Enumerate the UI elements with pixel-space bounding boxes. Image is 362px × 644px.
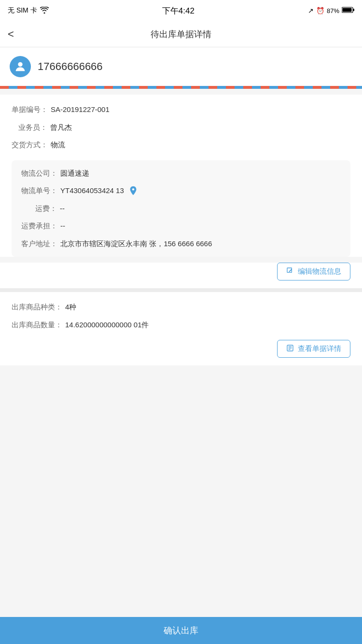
page-title: 待出库单据详情 [151, 28, 211, 40]
avatar [10, 56, 31, 77]
view-detail-label: 查看单据详情 [298, 344, 341, 353]
status-left: 无 SIM 卡 [8, 6, 49, 15]
tracking-row: 物流单号： YT43064053424 13 [21, 185, 341, 196]
order-no-value: SA-20191227-001 [51, 104, 350, 115]
wifi-icon [40, 7, 49, 15]
staff-value: 曾凡杰 [50, 122, 350, 133]
order-no-row: 单据编号： SA-20191227-001 [12, 104, 350, 115]
confirm-btn-container[interactable]: 确认出库 [0, 617, 362, 644]
staff-label: 业务员： [12, 122, 50, 133]
order-info-section: 单据编号： SA-20191227-001 业务员： 曾凡杰 交货方式： 物流 [0, 95, 362, 160]
tracking-label: 物流单号： [21, 185, 60, 196]
company-row: 物流公司： 圆通速递 [21, 168, 341, 179]
freight-bearer-label: 运费承担： [21, 221, 60, 232]
svg-rect-1 [353, 9, 354, 11]
location-status-icon: ↗ [308, 7, 314, 14]
edit-btn-label: 编辑物流信息 [298, 267, 341, 276]
dashed-separator [0, 86, 362, 89]
svg-rect-2 [342, 8, 351, 12]
nav-bar: < 待出库单据详情 [0, 21, 362, 47]
delivery-row: 交货方式： 物流 [12, 140, 350, 151]
tracking-value: YT43064053424 13 [60, 185, 341, 196]
product-quantity-row: 出库商品数量： 14.62000000000000 01件 [12, 320, 350, 331]
battery-text: 87% [327, 7, 339, 14]
logistics-wrapper: 物流公司： 圆通速递 物流单号： YT43064053424 13 运费： --… [0, 160, 362, 257]
customer-phone: 17666666666 [38, 60, 103, 73]
freight-bearer-row: 运费承担： -- [21, 221, 341, 232]
freight-bearer-value: -- [60, 221, 341, 232]
address-value: 北京市市辖区海淀区永丰南 张，156 6666 6666 [60, 238, 341, 250]
edit-logistics-button[interactable]: 编辑物流信息 [277, 263, 350, 280]
back-button[interactable]: < [4, 24, 18, 44]
address-label: 客户地址： [21, 238, 60, 250]
tracking-location-icon[interactable] [128, 185, 139, 196]
status-right: ↗ ⏰ 87% [308, 7, 354, 14]
edit-btn-row: 编辑物流信息 [0, 263, 362, 288]
staff-row: 业务员： 曾凡杰 [12, 122, 350, 133]
tracking-no-text: YT43064053424 13 [60, 185, 124, 196]
battery-icon [342, 7, 354, 14]
freight-row: 运费： -- [21, 203, 341, 214]
svg-point-3 [18, 62, 22, 67]
customer-header: 17666666666 [0, 47, 362, 86]
order-no-label: 单据编号： [12, 104, 51, 115]
product-quantity-label: 出库商品数量： [12, 320, 65, 331]
address-row: 客户地址： 北京市市辖区海淀区永丰南 张，156 6666 6666 [21, 238, 341, 250]
status-time: 下午4:42 [162, 5, 195, 16]
product-type-row: 出库商品种类： 4种 [12, 302, 350, 313]
bottom-spacer [0, 365, 362, 462]
section-divider [0, 288, 362, 292]
freight-label: 运费： [21, 203, 60, 214]
view-detail-row: 查看单据详情 [0, 340, 362, 365]
carrier-text: 无 SIM 卡 [8, 6, 37, 15]
logistics-card: 物流公司： 圆通速递 物流单号： YT43064053424 13 运费： --… [12, 160, 350, 257]
detail-icon [286, 344, 294, 353]
alarm-icon: ⏰ [316, 7, 324, 14]
product-quantity-value: 14.62000000000000 01件 [65, 320, 350, 331]
freight-value: -- [60, 203, 341, 214]
delivery-value: 物流 [51, 140, 350, 151]
edit-icon [286, 267, 294, 276]
company-value: 圆通速递 [60, 168, 341, 179]
product-type-label: 出库商品种类： [12, 302, 65, 313]
delivery-label: 交货方式： [12, 140, 51, 151]
product-type-value: 4种 [65, 302, 350, 313]
status-bar: 无 SIM 卡 下午4:42 ↗ ⏰ 87% [0, 0, 362, 21]
confirm-btn-label: 确认出库 [164, 626, 198, 635]
product-section: 出库商品种类： 4种 出库商品数量： 14.62000000000000 01件 [0, 292, 362, 340]
view-detail-button[interactable]: 查看单据详情 [277, 340, 350, 358]
user-avatar-icon [14, 60, 27, 73]
company-label: 物流公司： [21, 168, 60, 179]
